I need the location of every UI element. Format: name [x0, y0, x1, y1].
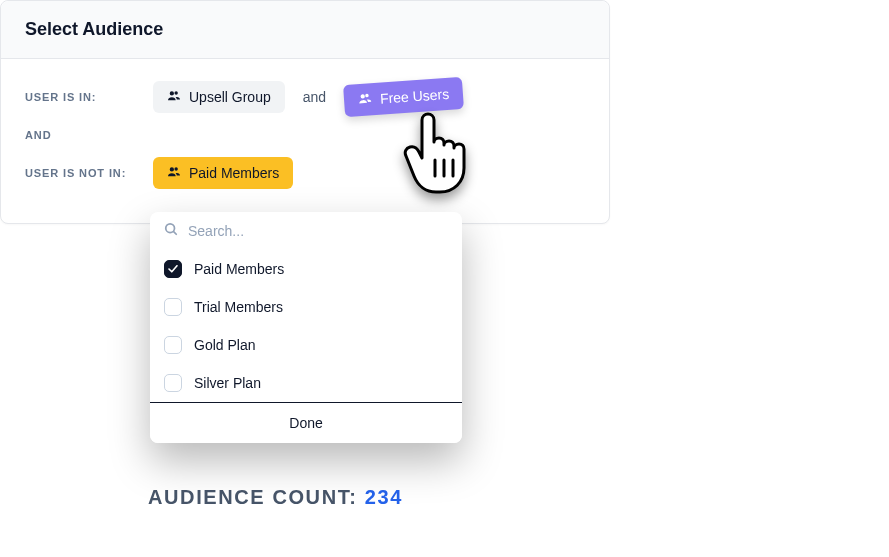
option-label: Trial Members: [194, 299, 283, 315]
chip-label: Upsell Group: [189, 89, 271, 105]
search-row: [150, 212, 462, 250]
search-input[interactable]: [188, 223, 448, 239]
card-title: Select Audience: [25, 19, 585, 40]
option-silver-plan[interactable]: Silver Plan: [150, 364, 462, 402]
segment-dropdown: Paid Members Trial Members Gold Plan Sil…: [150, 212, 462, 443]
option-label: Paid Members: [194, 261, 284, 277]
chip-upsell-group[interactable]: Upsell Group: [153, 81, 285, 113]
chip-label: Paid Members: [189, 165, 279, 181]
option-label: Silver Plan: [194, 375, 261, 391]
audience-count: AUDIENCE COUNT: 234: [148, 486, 403, 509]
rule-in-row: USER IS IN: Upsell Group and Free Users: [25, 81, 585, 113]
card-body: USER IS IN: Upsell Group and Free Users …: [1, 59, 609, 223]
checkbox-checked[interactable]: [164, 260, 182, 278]
audience-count-label: AUDIENCE COUNT:: [148, 486, 365, 508]
and-separator: AND: [25, 129, 585, 141]
search-icon: [164, 222, 178, 240]
users-icon: [167, 89, 181, 105]
card-header: Select Audience: [1, 1, 609, 59]
chip-paid-members[interactable]: Paid Members: [153, 157, 293, 189]
chip-label: Free Users: [380, 86, 450, 107]
checkbox-unchecked[interactable]: [164, 374, 182, 392]
audience-card: Select Audience USER IS IN: Upsell Group…: [0, 0, 610, 224]
checkbox-unchecked[interactable]: [164, 336, 182, 354]
audience-count-value: 234: [365, 486, 403, 508]
option-paid-members[interactable]: Paid Members: [150, 250, 462, 288]
option-label: Gold Plan: [194, 337, 255, 353]
pointer-cursor-icon: [400, 112, 478, 200]
user-is-not-in-label: USER IS NOT IN:: [25, 167, 153, 179]
option-gold-plan[interactable]: Gold Plan: [150, 326, 462, 364]
rule-not-in-row: USER IS NOT IN: Paid Members: [25, 157, 585, 189]
option-trial-members[interactable]: Trial Members: [150, 288, 462, 326]
users-icon: [358, 91, 373, 108]
user-is-in-label: USER IS IN:: [25, 91, 153, 103]
users-icon: [167, 165, 181, 181]
checkbox-unchecked[interactable]: [164, 298, 182, 316]
done-button[interactable]: Done: [150, 403, 462, 443]
connector-and: and: [293, 81, 336, 113]
